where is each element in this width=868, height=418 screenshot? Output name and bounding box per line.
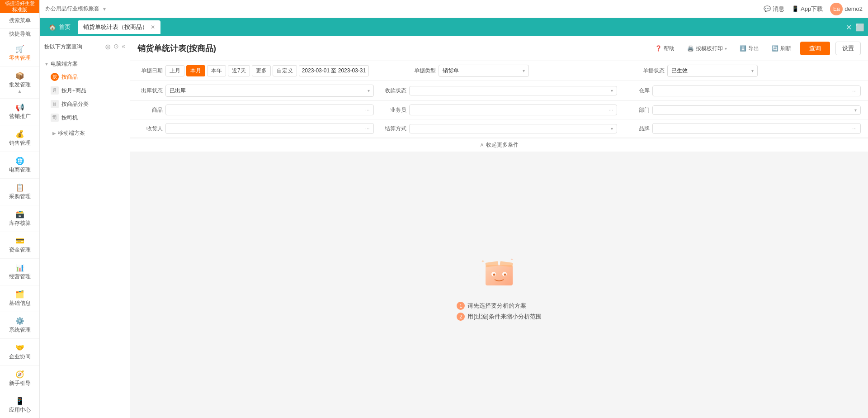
date-custom-btn[interactable]: 自定义 (273, 65, 297, 76)
warehouse-input[interactable]: ··· (652, 86, 861, 96)
sidebar-item-purchase-label: 采购管理 (9, 193, 31, 200)
sidebar-item-inventory[interactable]: 🗃️ 库存核算 (0, 205, 39, 232)
operation-icon: 📊 (15, 263, 24, 272)
sidebar-item-retail[interactable]: 🛒 零售管理 (0, 40, 39, 67)
print-icon: 🖨️ (687, 45, 694, 52)
filter-row-1: 单据日期 上月 本月 本年 近7天 更多 自定义 2023-03-01 至 20… (130, 61, 868, 81)
doc-status-select[interactable]: 已生效 ▾ (667, 65, 758, 77)
sidebar-item-ecommerce[interactable]: 🌐 电商管理 (0, 152, 39, 179)
sidebar-item-operation[interactable]: 📊 经营管理 (0, 259, 39, 285)
sidebar: 畅捷通好生意 标准版 搜索菜单 快捷导航 🛒 零售管理 📦 批发管理 ▲ 📢 营… (0, 0, 40, 418)
tree-item-by-product[interactable]: 按 按商品 (40, 70, 130, 84)
warehouse-label: 仓库 (624, 87, 650, 95)
message-btn[interactable]: 💬 消息 (764, 5, 784, 13)
user-menu[interactable]: Ea demo2 (830, 3, 863, 15)
print-btn[interactable]: 🖨️ 按模板打印 ▾ (684, 43, 731, 54)
export-btn[interactable]: ⬇️ 导出 (736, 43, 763, 54)
sidebar-item-finance[interactable]: 💳 资金管理 (0, 232, 39, 259)
date-this-year-btn[interactable]: 本年 (207, 65, 226, 76)
tip-num-1: 1 (457, 302, 465, 310)
sidebar-item-basic[interactable]: 🗂️ 基础信息 (0, 285, 39, 312)
edit-scheme-icon[interactable]: ⊙ (113, 43, 119, 51)
add-scheme-icon[interactable]: ⊕ (105, 43, 111, 51)
help-btn[interactable]: ❓ 帮助 (651, 43, 678, 54)
app-download-btn[interactable]: 📱 App下载 (792, 5, 823, 13)
quick-nav[interactable]: 快捷导航 (0, 28, 39, 40)
right-panel: 销货单统计表(按商品) ❓ 帮助 🖨️ 按模板打印 ▾ ⬇️ (130, 36, 868, 418)
settings-btn[interactable]: 设置 (835, 42, 861, 55)
empty-illustration: ✦ ✦ · (476, 249, 522, 294)
settle-arrow-icon: ▾ (611, 126, 613, 131)
page-title: 销货单统计表(按商品) (137, 43, 216, 54)
receiver-cell: 收货人 ··· (137, 123, 374, 134)
brand-input[interactable]: ··· (652, 123, 861, 134)
topbar-right: 💬 消息 📱 App下载 Ea demo2 (764, 3, 863, 15)
salesman-input[interactable]: ··· (409, 104, 618, 115)
export-icon: ⬇️ (740, 45, 746, 52)
purchase-icon: 📋 (15, 183, 24, 192)
salesman-cell: 业务员 ··· (381, 104, 618, 115)
filter-row-4: 收货人 ··· 结算方式 ▾ 品牌 (130, 119, 868, 138)
tree-group-desktop-header[interactable]: ▼ 电脑端方案 (40, 58, 130, 70)
home-icon: 🏠 (49, 24, 56, 31)
tree-item-by-category[interactable]: 目 按商品分类 (40, 97, 130, 111)
tree-group-mobile-header[interactable]: ▶ 移动端方案 (40, 127, 130, 139)
driver-icon: 司 (51, 114, 59, 122)
sidebar-item-purchase[interactable]: 📋 采购管理 (0, 179, 39, 205)
tab-close-window-icon[interactable]: ✕ (846, 23, 852, 32)
search-menu[interactable]: 搜索菜单 (0, 13, 39, 28)
sidebar-item-enterprise-label: 企业协同 (9, 353, 31, 361)
tab-close-icon[interactable]: ✕ (151, 24, 155, 30)
collapse-panel-icon[interactable]: « (122, 43, 125, 51)
dropdown-arrow-icon[interactable]: ▾ (103, 6, 106, 12)
settle-select[interactable]: ▾ (409, 124, 618, 133)
help-icon: ❓ (655, 45, 662, 52)
brand-cell: 品牌 ··· (624, 123, 861, 134)
tab-sales-stat[interactable]: 销货单统计表（按商品） ✕ (78, 20, 160, 34)
date-last-month-btn[interactable]: 上月 (165, 65, 184, 76)
tab-home-label: 首页 (59, 23, 71, 31)
sidebar-item-appstore[interactable]: 📱 应用中心 (0, 392, 39, 418)
left-panel-header: 按以下方案查询 ⊕ ⊙ « (40, 40, 130, 54)
page-actions: ❓ 帮助 🖨️ 按模板打印 ▾ ⬇️ 导出 � (651, 42, 861, 55)
brand-dots-icon[interactable]: ··· (852, 125, 857, 132)
sidebar-item-sales[interactable]: 💰 销售管理 (0, 125, 39, 152)
date-more-btn[interactable]: 更多 (252, 65, 271, 76)
sidebar-item-marketing[interactable]: 📢 营销推广 (0, 99, 39, 125)
receiver-input[interactable]: ··· (165, 123, 374, 134)
warehouse-status-select[interactable]: 已出库 ▾ (165, 85, 374, 97)
query-btn[interactable]: 查询 (800, 42, 830, 55)
sidebar-item-wholesale[interactable]: 📦 批发管理 ▲ (0, 67, 39, 99)
warehouse-dots-icon[interactable]: ··· (852, 88, 857, 94)
product-input[interactable]: ··· (165, 104, 374, 115)
refresh-btn[interactable]: 🔄 刷新 (768, 43, 795, 54)
tab-maximize-icon[interactable]: ⬜ (855, 23, 864, 32)
warehouse-status-value: 已出库 (170, 87, 186, 95)
empty-tip-2: 2 用[过滤]条件来缩小分析范围 (457, 313, 541, 321)
salesman-dots-icon[interactable]: ··· (609, 107, 613, 113)
svg-rect-0 (486, 265, 513, 285)
avatar: Ea (830, 3, 843, 15)
category-icon: 目 (51, 100, 59, 108)
tree-item-by-month-product[interactable]: 月 按月+商品 (40, 84, 130, 97)
tab-home[interactable]: 🏠 首页 (43, 20, 76, 34)
sidebar-item-guide[interactable]: 🧭 新手引导 (0, 366, 39, 392)
tree-item-month-product-label: 按月+商品 (61, 87, 86, 95)
date-last-7-btn[interactable]: 近7天 (228, 65, 250, 76)
message-icon: 💬 (764, 5, 771, 12)
tree-group-mobile: ▶ 移动端方案 (40, 126, 130, 140)
receipt-status-select[interactable]: ▾ (409, 86, 618, 95)
sidebar-item-system[interactable]: ⚙️ 系统管理 (0, 312, 39, 339)
dept-select[interactable]: ▾ (652, 105, 861, 115)
date-this-month-btn[interactable]: 本月 (186, 65, 205, 76)
collapse-filter-btn[interactable]: ∧ 收起更多条件 (130, 138, 868, 152)
print-label: 按模板打印 (696, 45, 723, 52)
receiver-dots-icon[interactable]: ··· (365, 125, 370, 132)
tree-item-by-driver[interactable]: 司 按司机 (40, 111, 130, 124)
sidebar-item-enterprise[interactable]: 🤝 企业协同 (0, 339, 39, 366)
receipt-status-arrow-icon: ▾ (611, 88, 613, 93)
doc-type-select[interactable]: 销货单 ▾ (439, 65, 529, 77)
print-arrow-icon: ▾ (725, 46, 727, 51)
product-dots-icon[interactable]: ··· (365, 107, 370, 113)
receiver-label: 收货人 (137, 125, 163, 133)
